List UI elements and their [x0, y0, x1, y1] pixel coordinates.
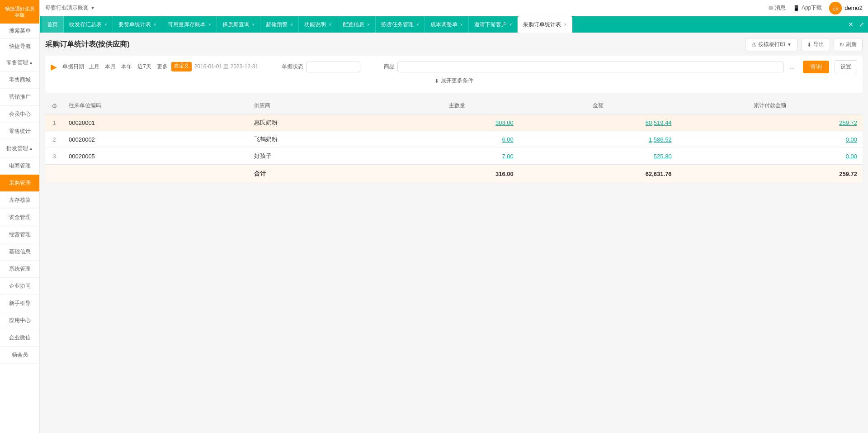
row-code: 00020002	[63, 131, 249, 148]
shortcut-more[interactable]: 更多	[155, 62, 170, 71]
tab-close-chaochuyujing[interactable]: ×	[290, 22, 293, 27]
tab-chengben[interactable]: 成本调整单 ×	[425, 16, 469, 33]
sidebar-item-newguide[interactable]: 新手引导	[0, 295, 39, 312]
date-shortcuts: 上月 本月 本年 近7天 更多 自定义	[87, 62, 192, 71]
filter-row-1: ▶ 单据日期 上月 本月 本年 近7天 更多 自定义 2016-01-01 至 …	[51, 60, 857, 73]
goods-more-icon[interactable]: …	[787, 63, 797, 71]
shortcut-this-year[interactable]: 本年	[119, 62, 134, 71]
sidebar-item-retail-stats[interactable]: 零售统计	[0, 123, 39, 140]
sidebar-item-finance[interactable]: 资金管理	[0, 209, 39, 226]
footer-label: 合计	[249, 165, 396, 182]
tab-peizhi[interactable]: 配置信息 ×	[337, 16, 376, 33]
table-container: ⚙ 往来单位编码 供应商 主数量 金额 累计付款金额 1 00020001 惠氏…	[45, 97, 863, 182]
col-paid: 累计付款金额	[677, 97, 863, 114]
sidebar-item-member2[interactable]: 畅会员	[0, 347, 39, 364]
tab-shoufacun[interactable]: 收发存汇总表 ×	[64, 16, 113, 33]
tab-label-chengben: 成本调整单	[430, 21, 458, 29]
tab-chaochuyujing[interactable]: 超储预警 ×	[260, 16, 299, 33]
tab-close-peizhi[interactable]: ×	[367, 22, 370, 27]
tab-close-purchase-stats[interactable]: ×	[564, 22, 566, 27]
date-filter: 单据日期 上月 本月 本年 近7天 更多 自定义 2016-01-01 至 20…	[62, 62, 258, 71]
row-paid: 0.00	[677, 148, 863, 165]
sidebar-item-search[interactable]: 搜索菜单	[0, 24, 39, 39]
tab-close-keyongliang[interactable]: ×	[208, 22, 211, 27]
workspace-dropdown-icon[interactable]: ▼	[90, 5, 95, 10]
message-icon: ✉	[769, 5, 773, 11]
sidebar-item-appcenter[interactable]: 应用中心	[0, 312, 39, 329]
shortcut-this-month[interactable]: 本月	[103, 62, 118, 71]
row-supplier: 好孩子	[249, 148, 396, 165]
workspace-selector[interactable]: 母婴行业演示账套 ▼	[45, 4, 765, 12]
query-button[interactable]: 查询	[803, 61, 829, 73]
tab-expand-action[interactable]: ⤢	[857, 19, 866, 30]
row-amount: 1,586.52	[519, 131, 677, 148]
shortcut-last-month[interactable]: 上月	[87, 62, 101, 71]
sidebar-item-retail-shop[interactable]: 零售商城	[0, 71, 39, 89]
tab-gongneng[interactable]: 功能说明 ×	[299, 16, 337, 33]
sidebar-item-wechat[interactable]: 企业微信	[0, 329, 39, 347]
filter-area: ▶ 单据日期 上月 本月 本年 近7天 更多 自定义 2016-01-01 至 …	[45, 56, 863, 93]
export-button[interactable]: ⬇ 导出	[801, 38, 830, 51]
gear-icon[interactable]: ⚙	[52, 102, 57, 109]
sidebar-item-enterprise[interactable]: 企业协同	[0, 278, 39, 295]
tab-close-jianhuo[interactable]: ×	[416, 22, 419, 27]
settings-button[interactable]: 设置	[835, 60, 857, 73]
sidebar-item-wholesale[interactable]: 批发管理 ▲	[0, 140, 39, 157]
tab-jianhuo[interactable]: 拣货任务管理 ×	[376, 16, 425, 33]
goods-filter: 商品 …	[384, 62, 797, 72]
tab-label-jianhuo: 拣货任务管理	[381, 21, 414, 29]
tab-close-chengben[interactable]: ×	[460, 22, 463, 27]
page-actions: 🖨 按模板打印 ▼ ⬇ 导出 ↻ 刷新	[745, 38, 863, 51]
tab-close-baozhi[interactable]: ×	[252, 22, 255, 27]
footer-empty-2	[63, 165, 249, 182]
sidebar-item-retail-manage[interactable]: 零售管理 ▲	[0, 54, 39, 71]
tab-close-yaohuo[interactable]: ×	[154, 22, 156, 27]
sidebar-item-basic-info[interactable]: 基础信息	[0, 243, 39, 261]
sidebar-item-member[interactable]: 会员中心	[0, 106, 39, 123]
page-title: 采购订单统计表(按供应商)	[45, 40, 130, 49]
app-download-btn[interactable]: 📱 App下载	[793, 4, 822, 12]
tab-baozhi[interactable]: 保质期查询 ×	[217, 16, 261, 33]
topbar: 母婴行业演示账套 ▼ ✉ 消息 📱 App下载 Ea demo2	[40, 0, 868, 16]
tab-label-peizhi: 配置信息	[343, 21, 364, 29]
row-supplier: 惠氏奶粉	[249, 114, 396, 131]
expand-more-btn[interactable]: ⬇ 展开更多条件	[434, 77, 473, 85]
avatar: Ea	[829, 2, 842, 14]
tab-yaoqing[interactable]: 邀请下游客户 ×	[469, 16, 518, 33]
status-filter: 单据状态	[282, 62, 360, 72]
goods-label: 商品	[384, 63, 395, 71]
sidebar-item-purchase[interactable]: 采购管理	[0, 175, 39, 192]
tab-close-yaoqing[interactable]: ×	[509, 22, 512, 27]
shortcut-7days[interactable]: 近7天	[136, 62, 153, 71]
export-icon: ⬇	[807, 42, 811, 48]
row-code: 00020001	[63, 114, 249, 131]
sidebar-item-quicknav[interactable]: 快捷导航	[0, 39, 39, 54]
message-btn[interactable]: ✉ 消息	[769, 4, 786, 12]
sidebar-item-operations[interactable]: 经营管理	[0, 226, 39, 243]
tab-close-gongneng[interactable]: ×	[329, 22, 331, 27]
goods-input[interactable]	[397, 62, 784, 72]
tab-keyongliang[interactable]: 可用量库存账本 ×	[162, 16, 217, 33]
page-content: 采购订单统计表(按供应商) 🖨 按模板打印 ▼ ⬇ 导出 ↻ 刷新	[40, 33, 868, 433]
row-paid: 259.72	[677, 114, 863, 131]
tab-close-shoufacun[interactable]: ×	[104, 22, 107, 27]
tab-close-action[interactable]: ✕	[846, 19, 855, 30]
tab-home[interactable]: 首页	[42, 16, 64, 33]
user-menu[interactable]: Ea demo2	[829, 2, 863, 14]
sidebar-item-system[interactable]: 系统管理	[0, 261, 39, 278]
filter-toggle-icon[interactable]: ▶	[51, 62, 57, 72]
tab-yaohuo[interactable]: 要货单统计表 ×	[113, 16, 162, 33]
sidebar-item-ecommerce[interactable]: 电商管理	[0, 157, 39, 175]
custom-tag[interactable]: 自定义	[171, 62, 192, 71]
col-code: 往来单位编码	[63, 97, 249, 114]
print-button[interactable]: 🖨 按模板打印 ▼	[745, 38, 797, 51]
tab-purchase-stats[interactable]: 采购订单统计表 ×	[518, 16, 572, 33]
sidebar-item-inventory[interactable]: 库存核算	[0, 192, 39, 209]
refresh-icon: ↻	[840, 42, 844, 48]
refresh-button[interactable]: ↻ 刷新	[834, 38, 863, 51]
expand-icon: ⬇	[434, 78, 439, 84]
tab-label-baozhi: 保质期查询	[222, 21, 250, 29]
tab-label-yaoqing: 邀请下游客户	[474, 21, 507, 29]
status-select[interactable]	[306, 62, 360, 72]
sidebar-item-marketing[interactable]: 营销推广	[0, 89, 39, 106]
